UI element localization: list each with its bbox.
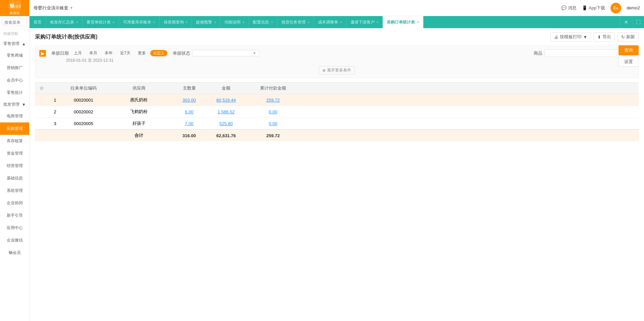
- date-btn-last-month[interactable]: 上月: [71, 49, 85, 57]
- table-settings-icon[interactable]: ⚙: [40, 86, 44, 91]
- tab-cost-adjust-label: 成本调整单: [318, 19, 338, 25]
- cell-paid-link-3[interactable]: 0.00: [269, 121, 277, 126]
- cell-settings-1: [35, 94, 48, 106]
- tab-config-close[interactable]: ×: [271, 20, 273, 24]
- tab-cost-adjust[interactable]: 成本调整单 ×: [314, 16, 346, 28]
- sidebar-item-wechat[interactable]: 企业微信: [0, 234, 29, 247]
- user-initials: Ea: [613, 6, 619, 10]
- tab-overstock-label: 超储预警: [196, 19, 212, 25]
- tab-inventory-book[interactable]: 可用量库存账本 ×: [119, 16, 160, 28]
- tab-receive-send[interactable]: 收发存汇总表 ×: [46, 16, 83, 28]
- tab-purchase-summary-close[interactable]: ×: [417, 20, 419, 24]
- logo-icon: 畅 捷通: [9, 1, 21, 10]
- sidebar-item-wholesale[interactable]: 批发管理▼: [0, 99, 29, 110]
- cell-paid-2: 0.00: [246, 106, 300, 118]
- nav-tabs: 首页 收发存汇总表 × 要货单统计表 × 可用量库存账本 × 保质期查询 × 超…: [30, 16, 644, 28]
- message-icon: 💬: [561, 5, 567, 10]
- sidebar-item-basic[interactable]: 基础信息: [0, 172, 29, 184]
- filter-expand-left-btn[interactable]: ▶: [39, 50, 46, 57]
- date-btn-this-year[interactable]: 本年: [102, 49, 116, 57]
- tab-func-desc[interactable]: 功能说明 ×: [220, 16, 249, 28]
- footer-qty-cell: 316.00: [172, 129, 206, 141]
- sidebar-item-svip[interactable]: 畅会员: [0, 247, 29, 259]
- table-header-row: ⚙ 往来单位编码 供应商 主数量 金额 累计付款金额: [35, 83, 639, 94]
- workspace-selector[interactable]: 母婴行业演示账套 ▼: [34, 5, 73, 11]
- logo: 畅 捷通 标题版: [0, 0, 29, 16]
- tab-overstock[interactable]: 超储预警 ×: [192, 16, 220, 28]
- sidebar-item-retail-stats[interactable]: 零售统计: [0, 87, 29, 99]
- date-btn-custom[interactable]: 自定义: [150, 50, 167, 56]
- sidebar-item-enterprise[interactable]: 企业协同: [0, 197, 29, 209]
- refresh-btn[interactable]: ↻ 刷新: [618, 32, 639, 42]
- tab-home[interactable]: 首页: [30, 16, 46, 28]
- cell-qty-link-1[interactable]: 303.00: [182, 98, 196, 103]
- cell-amount-link-2[interactable]: 1,586.52: [218, 109, 235, 114]
- tab-inventory-book-close[interactable]: ×: [153, 20, 155, 24]
- cell-paid-1: 259.72: [246, 94, 300, 106]
- filter-goods-input[interactable]: [544, 49, 624, 57]
- sidebar-item-inventory[interactable]: 库存核算: [0, 135, 29, 147]
- expand-more-btn[interactable]: ⊕ 展开更多条件: [319, 66, 355, 74]
- tab-expiry[interactable]: 保质期查询 ×: [160, 16, 192, 28]
- user-name: demo2: [627, 5, 640, 10]
- export-btn[interactable]: ⬇ 导出: [594, 32, 615, 42]
- sidebar-item-purchase[interactable]: 采购管理: [0, 122, 29, 135]
- cell-amount-link-3[interactable]: 525.80: [219, 121, 233, 126]
- workspace-dropdown-icon: ▼: [70, 6, 73, 10]
- sidebar-item-appcenter[interactable]: 应用中心: [0, 222, 29, 234]
- tab-goods-stats-close[interactable]: ×: [113, 20, 115, 24]
- sidebar-item-finance[interactable]: 资金管理: [0, 147, 29, 160]
- sidebar-item-system[interactable]: 系统管理: [0, 184, 29, 197]
- svg-text:捷通: 捷通: [15, 5, 21, 8]
- tab-invite[interactable]: 邀请下游客户 ×: [346, 16, 383, 28]
- cell-supplier-3: 好孩子: [105, 118, 172, 130]
- date-btn-7days[interactable]: 近7天: [117, 49, 133, 57]
- query-btn[interactable]: 查询: [619, 45, 639, 55]
- user-avatar[interactable]: Ea: [610, 3, 621, 13]
- tab-goods-stats[interactable]: 要货单统计表 ×: [83, 16, 119, 28]
- tab-maximize-btn[interactable]: ⛶: [632, 16, 644, 28]
- settings-btn-label: 设置: [624, 59, 633, 65]
- sidebar-item-marketing[interactable]: 营销推广: [0, 62, 29, 74]
- tab-config[interactable]: 配置信息 ×: [249, 16, 277, 28]
- footer-paid-cell: 259.72: [246, 129, 300, 141]
- filter-bar: ▶ 单据日期 上月 本月 本年 近7天 更多 自定义 单据状态: [35, 46, 639, 78]
- filter-status-select[interactable]: ▼: [192, 50, 259, 56]
- tab-pick-task[interactable]: 拣货任务管理 ×: [277, 16, 314, 28]
- settings-btn[interactable]: 设置: [619, 57, 639, 67]
- sidebar-item-ops[interactable]: 经营管理: [0, 160, 29, 172]
- tab-invite-close[interactable]: ×: [377, 20, 379, 24]
- print-btn[interactable]: 🖨 按模板打印 ▼: [550, 32, 591, 42]
- tab-receive-send-label: 收发存汇总表: [50, 19, 74, 25]
- cell-paid-link-2[interactable]: 0.00: [269, 109, 277, 114]
- date-btn-this-month[interactable]: 本月: [86, 49, 100, 57]
- tab-expiry-close[interactable]: ×: [186, 20, 188, 24]
- app-download-btn[interactable]: 📱 App下载: [582, 5, 605, 11]
- sidebar-item-newguide[interactable]: 新手引导: [0, 209, 29, 222]
- tab-func-desc-close[interactable]: ×: [243, 20, 245, 24]
- cell-amount-link-1[interactable]: 60,519.44: [216, 98, 236, 103]
- footer-num-cell: [48, 129, 62, 141]
- print-dropdown-icon: ▼: [583, 35, 587, 40]
- tab-close-all-btn[interactable]: ✕: [620, 16, 632, 28]
- tab-purchase-summary[interactable]: 采购订单统计表 ×: [383, 16, 423, 28]
- search-input[interactable]: [2, 19, 27, 26]
- sidebar-item-ecommerce[interactable]: 电商管理: [0, 110, 29, 122]
- tab-cost-adjust-close[interactable]: ×: [340, 20, 342, 24]
- date-btn-more[interactable]: 更多: [135, 49, 149, 57]
- cell-num-3: 3: [48, 118, 62, 130]
- tab-overstock-close[interactable]: ×: [214, 20, 216, 24]
- cell-qty-link-3[interactable]: 7.00: [185, 121, 193, 126]
- cell-qty-link-2[interactable]: 6.00: [185, 109, 193, 114]
- sidebar-item-retail-mgmt[interactable]: 零售管理▲: [0, 38, 29, 49]
- print-icon: 🖨: [554, 35, 558, 40]
- sidebar-item-retail-mall[interactable]: 零售商城: [0, 49, 29, 62]
- cell-paid-link-1[interactable]: 259.72: [266, 98, 280, 103]
- sidebar-search-area: [0, 16, 29, 29]
- sidebar-item-member[interactable]: 会员中心: [0, 74, 29, 87]
- table-footer-row: 合计 316.00 62,631.76 259.72: [35, 129, 639, 141]
- message-btn[interactable]: 💬 消息: [561, 5, 577, 11]
- breadcrumb: 母婴行业演示账套 ▼: [34, 5, 73, 11]
- tab-pick-task-close[interactable]: ×: [308, 20, 310, 24]
- tab-receive-send-close[interactable]: ×: [76, 20, 78, 24]
